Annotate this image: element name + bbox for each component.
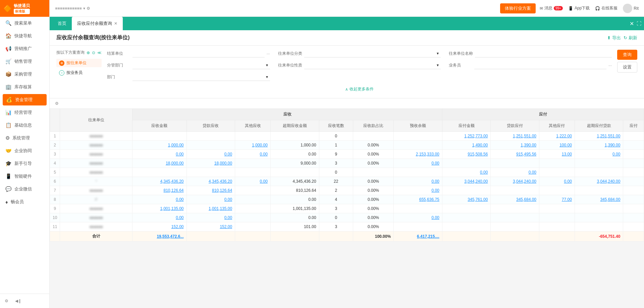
settings-button[interactable]: 设置 <box>617 62 637 73</box>
app-download-action[interactable]: 📱 App下载 <box>568 5 590 11</box>
cell-ar-loan[interactable]: 0.00 <box>186 213 235 222</box>
cell-ar-loan[interactable]: 810,126.64 <box>186 186 235 195</box>
tab-close-icon[interactable]: ✕ <box>114 21 117 26</box>
collapse-scheme-icon[interactable]: ≪ <box>97 50 102 55</box>
cell-ar-prepay[interactable]: 0.00 <box>394 213 442 222</box>
sidebar-collapse-btn[interactable]: ◀❙ <box>13 297 23 305</box>
cell-ap-loan[interactable]: 915,495.56 <box>491 150 539 159</box>
sidebar-item-system[interactable]: ⚙ 系统管理 <box>0 132 49 144</box>
cell-ar-prepay[interactable]: 0.00 <box>394 186 442 195</box>
cell-ar-prepay[interactable]: 0.00 <box>394 159 442 168</box>
cell-ar-loan[interactable]: 1,001,135.00 <box>186 204 235 213</box>
cell-ar-amount[interactable]: 1,000.00 <box>132 141 186 150</box>
cell-ar-loan[interactable]: 0.00 <box>186 195 235 204</box>
tab-close-window-icon[interactable]: ✕ <box>630 20 634 27</box>
refresh-button[interactable]: ↻ 刷新 <box>624 35 637 41</box>
cell-ar-loan[interactable]: 4,345,436.20 <box>186 177 235 186</box>
cell-ap-other[interactable]: 77.00 <box>539 195 575 204</box>
cell-ap-amount[interactable]: 1,490.00 <box>442 141 491 150</box>
sidebar-item-vip[interactable]: ♦ 畅会员 <box>0 195 49 208</box>
sidebar-item-finance[interactable]: 💰 资金管理 <box>3 94 47 105</box>
cell-ap-loan[interactable]: 1,390.00 <box>491 141 539 150</box>
dept-mgr-select[interactable]: ▾ <box>132 61 270 69</box>
tab-query[interactable]: 应收应付余额查询 ✕ <box>72 17 123 30</box>
service-action[interactable]: 🎧 在线客服 <box>595 5 618 11</box>
total-ar-amount[interactable]: 19,553,472.6... <box>132 231 186 241</box>
message-action[interactable]: ✉ 消息 99+ <box>540 5 563 11</box>
cell-ar-other[interactable]: 0.00 <box>235 150 271 159</box>
cell-ar-prepay[interactable]: 0.00 <box>394 177 442 186</box>
cell-ar-amount[interactable]: 1,001,135.00 <box>132 204 186 213</box>
sidebar-item-guide[interactable]: 🎓 新手引导 <box>0 157 49 170</box>
unit-cat-select[interactable]: ▾ <box>304 50 441 57</box>
unit-name-input[interactable] <box>475 50 612 57</box>
sidebar-item-purchase[interactable]: 📦 采购管理 <box>0 68 49 81</box>
sidebar-item-inventory[interactable]: 🏢 库存核算 <box>0 81 49 93</box>
cell-ar-amount[interactable]: 0.00 <box>132 150 186 159</box>
export-button[interactable]: ⬆ 导出 <box>607 35 621 41</box>
tab-expand-icon[interactable]: ⛶ <box>637 21 641 26</box>
settings-scheme-icon[interactable]: ⊙ <box>92 50 95 55</box>
scheme-by-unit[interactable]: ⊕ 按往来单位 <box>56 59 102 67</box>
cell-ar-amount[interactable]: 810,126.64 <box>132 186 186 195</box>
table-settings-icon[interactable]: ⚙ <box>55 101 59 106</box>
sidebar-item-wechat[interactable]: 💬 企业微信 <box>0 183 49 195</box>
salesman-more-icon[interactable]: ··· <box>608 63 612 68</box>
scheme-by-staff[interactable]: ○ 按业务员 <box>56 69 102 77</box>
sidebar-item-smart[interactable]: 📱 智能硬件 <box>0 170 49 183</box>
dept-select[interactable]: ▾ <box>132 73 270 81</box>
cell-ar-prepay[interactable]: 2,153,333.00 <box>394 150 442 159</box>
cell-ap-overdue[interactable]: 345,684.00 <box>575 195 623 204</box>
gear-icon[interactable]: ⚙ <box>87 6 90 11</box>
sidebar-item-operation[interactable]: 📊 经营管理 <box>0 106 49 119</box>
unit-nature-select[interactable]: ▾ <box>304 61 441 69</box>
cell-ar-loan[interactable]: 0.00 <box>186 150 235 159</box>
cell-ap-loan[interactable]: 0.00 <box>491 168 539 177</box>
cell-ap-overdue[interactable]: 1,390.00 <box>575 141 623 150</box>
cell-ap-amount[interactable]: 915,508.56 <box>442 150 491 159</box>
cell-ap-other[interactable]: 1,222.00 <box>539 132 575 141</box>
query-button[interactable]: 查询 <box>617 50 637 60</box>
sidebar-item-quicknav[interactable]: 🏠 快捷导航 <box>0 30 49 42</box>
sidebar-settings-btn[interactable]: ⚙ <box>3 297 10 305</box>
sidebar-item-sales[interactable]: 🛒 销售管理 <box>0 55 49 68</box>
cell-ar-loan[interactable]: 18,000.00 <box>186 159 235 168</box>
total-ar-prepay[interactable]: 6,417,215.... <box>394 231 442 241</box>
cell-ap-loan[interactable]: 1,251,551.00 <box>491 132 539 141</box>
cell-ar-amount[interactable]: 0.00 <box>132 213 186 222</box>
cell-ap-overdue[interactable]: 0.00 <box>575 150 623 159</box>
settlement-input[interactable] <box>132 50 265 57</box>
cell-ap-loan[interactable]: 345,684.00 <box>491 195 539 204</box>
user-action[interactable]: Rit <box>623 4 639 13</box>
cell-ar-other[interactable]: 1,000.00 <box>235 141 271 150</box>
cell-ap-amount[interactable]: 3,044,240.00 <box>442 177 491 186</box>
add-scheme-icon[interactable]: ⊕ <box>87 50 90 55</box>
sidebar-item-basic[interactable]: 📋 基础信息 <box>0 119 49 132</box>
cell-ar-prepay[interactable]: 655,636.75 <box>394 195 442 204</box>
cell-ap-amount[interactable]: 345,761.00 <box>442 195 491 204</box>
cell-ap-overdue[interactable]: 3,044,240.00 <box>575 177 623 186</box>
cell-ar-amount[interactable]: 152.00 <box>132 222 186 231</box>
system-icon: ⚙ <box>5 135 10 141</box>
settlement-more-icon[interactable]: ··· <box>267 51 270 56</box>
cell-ar-amount[interactable]: 4,345,436.20 <box>132 177 186 186</box>
salesman-input[interactable] <box>474 62 606 69</box>
cell-ap-amount[interactable]: 1,252,773.00 <box>442 132 491 141</box>
cell-ar-loan[interactable]: 152.00 <box>186 222 235 231</box>
cell-ar-overdue: 0.00 <box>270 150 319 159</box>
tab-home[interactable]: 首页 <box>52 17 72 30</box>
cell-ap-other[interactable]: 100.00 <box>539 141 575 150</box>
cell-ar-amount[interactable]: 18,000.00 <box>132 159 186 168</box>
sidebar-item-marketing[interactable]: 📢 营销推广 <box>0 42 49 55</box>
cell-ar-amount[interactable]: 0.00 <box>132 195 186 204</box>
cell-ar-other[interactable]: 0.00 <box>235 177 271 186</box>
sidebar-item-corp[interactable]: 🤝 企业协同 <box>0 144 49 157</box>
sidebar-item-search[interactable]: 🔍 搜索菜单 <box>0 17 49 30</box>
collapse-bar[interactable]: ∧ 收起更多条件 <box>107 84 612 94</box>
cell-ap-loan[interactable]: 3,044,240.00 <box>491 177 539 186</box>
promo-button[interactable]: 体验行业方案 <box>500 3 536 13</box>
cell-ap-amount[interactable]: 0.00 <box>442 168 491 177</box>
cell-ap-other[interactable]: 0.00 <box>539 177 575 186</box>
cell-ap-overdue[interactable]: 1,251,551.00 <box>575 132 623 141</box>
cell-ap-other[interactable]: 13.00 <box>539 150 575 159</box>
